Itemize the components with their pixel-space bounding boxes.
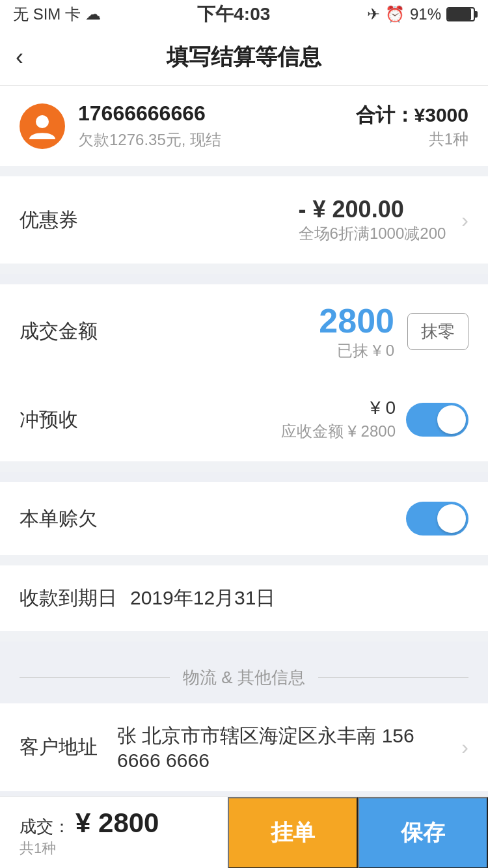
prepay-values: ¥ 0 应收金额 ¥ 2800 xyxy=(281,398,396,442)
back-button[interactable]: ‹ xyxy=(16,44,23,71)
debt-right xyxy=(406,502,468,536)
chevron-right-icon: › xyxy=(461,208,468,232)
customer-left: 17666666666 欠款1276.35元, 现结 xyxy=(20,102,221,150)
bottom-summary: 成交： ¥ 2800 共1种 xyxy=(0,807,228,858)
discount-section: 优惠券 - ¥ 200.00 全场6折满1000减200 › xyxy=(0,176,488,264)
separator-3 xyxy=(0,642,488,652)
prepay-right: ¥ 0 应收金额 ¥ 2800 xyxy=(281,398,468,442)
bottom-deal-amount: ¥ 2800 xyxy=(75,807,159,839)
nav-bar: ‹ 填写结算等信息 xyxy=(0,29,488,86)
battery-percent: 91% xyxy=(410,5,441,23)
due-date-label: 收款到期日 xyxy=(20,585,117,612)
amount-number-block: 2800 已抹 ¥ 0 xyxy=(319,301,394,361)
debt-row: 本单赊欠 xyxy=(0,482,488,555)
separator-1 xyxy=(0,274,488,284)
location-icon: ✈ xyxy=(367,5,380,23)
discount-row[interactable]: 优惠券 - ¥ 200.00 全场6折满1000减200 › xyxy=(0,176,488,264)
customer-debt: 欠款1276.35元, 现结 xyxy=(78,129,221,150)
prepay-label: 冲预收 xyxy=(20,407,78,433)
page-title: 填写结算等信息 xyxy=(167,42,321,72)
round-button[interactable]: 抹零 xyxy=(407,313,468,350)
bottom-bar: 成交： ¥ 2800 共1种 挂单 保存 xyxy=(0,796,488,868)
signal-text: 无 SIM 卡 ☁ xyxy=(13,4,101,25)
discount-values: - ¥ 200.00 全场6折满1000减200 xyxy=(299,196,446,244)
due-date-value: 2019年12月31日 xyxy=(130,585,275,612)
bottom-deal-label: 成交： xyxy=(20,815,70,838)
deal-amount-section: 成交金额 2800 已抹 ¥ 0 抹零 冲预收 ¥ 0 应收金额 ¥ 2800 xyxy=(0,284,488,461)
customer-phone: 17666666666 xyxy=(78,102,221,126)
avatar xyxy=(20,103,65,149)
prepay-receivable: 应收金额 ¥ 2800 xyxy=(281,421,396,442)
deal-amount-sub: 已抹 ¥ 0 xyxy=(319,340,394,361)
debt-section: 本单赊欠 xyxy=(0,482,488,555)
discount-detail: 全场6折满1000减200 xyxy=(299,223,446,244)
discount-label: 优惠券 xyxy=(20,207,78,234)
address-label: 客户地址 xyxy=(20,734,98,761)
save-button[interactable]: 保存 xyxy=(358,797,488,869)
prepay-toggle[interactable] xyxy=(406,403,468,437)
status-bar: 无 SIM 卡 ☁ 下午4:03 ✈ ⏰ 91% xyxy=(0,0,488,29)
bottom-deal-line: 成交： ¥ 2800 xyxy=(20,807,208,839)
customer-card: 17666666666 欠款1276.35元, 现结 合计：¥3000 共1种 xyxy=(0,86,488,166)
customer-right: 合计：¥3000 共1种 xyxy=(356,102,468,150)
status-left: 无 SIM 卡 ☁ xyxy=(13,4,101,25)
logistics-label: 物流 & 其他信息 xyxy=(183,666,305,689)
amount-row: 成交金额 2800 已抹 ¥ 0 抹零 xyxy=(0,284,488,378)
content: 17666666666 欠款1276.35元, 现结 合计：¥3000 共1种 … xyxy=(0,86,488,868)
logistics-divider: 物流 & 其他信息 xyxy=(0,652,488,703)
battery-icon xyxy=(446,7,475,21)
total-count: 共1种 xyxy=(356,129,468,150)
separator-2 xyxy=(0,472,488,482)
amount-right: 2800 已抹 ¥ 0 抹零 xyxy=(319,301,468,361)
divider-line-left xyxy=(20,677,170,678)
debt-toggle[interactable] xyxy=(406,502,468,536)
divider-line-right xyxy=(318,677,468,678)
debt-label: 本单赊欠 xyxy=(20,506,98,532)
address-chevron-icon: › xyxy=(461,735,468,759)
deal-amount-number: 2800 xyxy=(319,301,394,340)
total-amount: 合计：¥3000 xyxy=(356,102,468,129)
customer-info: 17666666666 欠款1276.35元, 现结 xyxy=(78,102,221,150)
debt-toggle-knob xyxy=(437,504,466,533)
status-time: 下午4:03 xyxy=(197,2,270,27)
due-date-row: 收款到期日 2019年12月31日 xyxy=(0,565,488,631)
address-row[interactable]: 客户地址 张 北京市市辖区海淀区永丰南 156 6666 6666 › xyxy=(0,703,488,791)
svg-point-0 xyxy=(36,115,49,128)
discount-right: - ¥ 200.00 全场6折满1000减200 › xyxy=(299,196,468,244)
status-right: ✈ ⏰ 91% xyxy=(367,5,475,23)
discount-amount: - ¥ 200.00 xyxy=(299,196,446,223)
deal-amount-label: 成交金额 xyxy=(20,318,98,345)
prepay-amount: ¥ 0 xyxy=(370,398,396,418)
bottom-count: 共1种 xyxy=(20,839,208,858)
address-value: 张 北京市市辖区海淀区永丰南 156 6666 6666 xyxy=(117,723,456,772)
toggle-knob xyxy=(437,405,466,434)
alarm-icon: ⏰ xyxy=(385,5,405,23)
prepay-row: 冲预收 ¥ 0 应收金额 ¥ 2800 xyxy=(0,378,488,461)
pending-button[interactable]: 挂单 xyxy=(228,797,358,869)
